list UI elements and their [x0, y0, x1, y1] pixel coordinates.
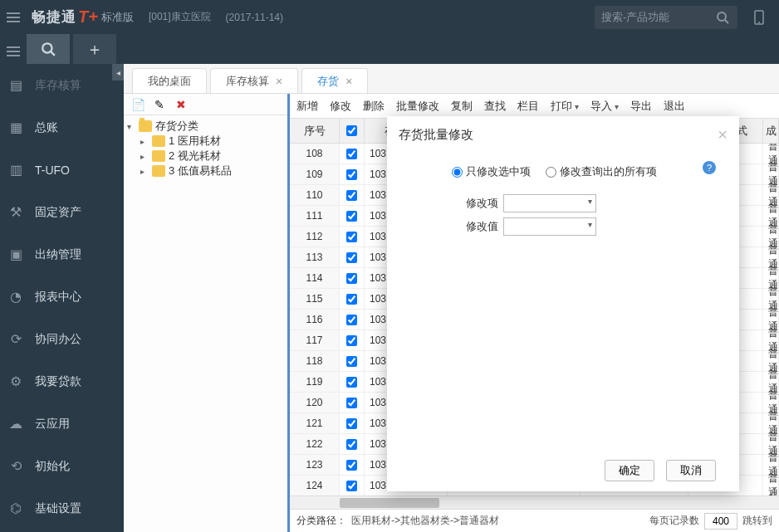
tree-new-icon[interactable]: 📄 — [130, 97, 145, 112]
nav-label: 云应用 — [35, 417, 70, 432]
cell-seq: 112 — [290, 227, 340, 246]
sidebar-collapse-icon[interactable]: ◂ — [112, 64, 124, 81]
cell-check[interactable] — [340, 351, 365, 371]
sidebar-item-4[interactable]: ▣出纳管理 — [0, 233, 124, 276]
path-value: 医用耗材->其他器材类->普通器材 — [351, 514, 499, 528]
cell-check[interactable] — [340, 372, 365, 392]
hamburger-icon-2[interactable] — [0, 34, 27, 68]
jump-label: 跳转到 — [742, 514, 772, 528]
tree-toggle-icon[interactable]: ▾ — [127, 122, 135, 131]
modal-footer: 确定 取消 — [387, 450, 739, 491]
tab-close-icon[interactable]: × — [345, 75, 352, 88]
cell-check[interactable] — [340, 289, 365, 309]
cell-check[interactable] — [340, 455, 365, 475]
batch-edit-modal: 存货批量修改 × ? 只修改选中项 修改查询出的所有项 修改项 修改值 — [387, 116, 739, 491]
svg-point-4 — [42, 43, 51, 52]
field-select[interactable] — [503, 194, 596, 212]
nav-label: T-UFO — [35, 164, 70, 177]
tree-root[interactable]: ▾ 存货分类 — [127, 119, 284, 134]
tree-toggle-icon[interactable]: ▸ — [140, 152, 149, 161]
sidebar-item-1[interactable]: ▦总账 — [0, 106, 124, 149]
col-seq[interactable]: 序号 — [290, 119, 340, 143]
pagesize-input[interactable] — [704, 513, 737, 530]
tab-label: 库存核算 — [226, 74, 269, 89]
toolbar-打印[interactable]: 打印 — [551, 99, 579, 114]
path-label: 分类路径： — [296, 514, 346, 528]
toolbar-退出[interactable]: 退出 — [664, 99, 685, 114]
toolbar-复制[interactable]: 复制 — [451, 99, 473, 114]
sidebar-item-8[interactable]: ☁云应用 — [0, 403, 124, 445]
search-input[interactable] — [595, 11, 711, 23]
ok-button[interactable]: 确定 — [605, 460, 654, 481]
tree-delete-icon[interactable]: ✖ — [174, 97, 189, 112]
tab-2[interactable]: 存货× — [301, 68, 368, 93]
cell-check[interactable] — [340, 247, 365, 267]
cell-check[interactable] — [340, 268, 365, 288]
sidebar-item-7[interactable]: ⚙我要贷款 — [0, 360, 124, 403]
tree-edit-icon[interactable]: ✎ — [152, 97, 167, 112]
sidebar-item-9[interactable]: ⟲初始化 — [0, 445, 124, 487]
toolbar-row: ＋ — [0, 34, 779, 64]
mobile-icon[interactable] — [746, 6, 772, 29]
sidebar-item-2[interactable]: ▥T-UFO — [0, 149, 124, 191]
sidebar-item-6[interactable]: ⟳协同办公 — [0, 318, 124, 360]
tree-toggle-icon[interactable]: ▸ — [140, 167, 149, 176]
cell-seq: 116 — [290, 310, 340, 329]
cell-check[interactable] — [340, 164, 365, 184]
grid-hscrollbar[interactable] — [290, 495, 779, 509]
cancel-button[interactable]: 取消 — [666, 460, 716, 481]
cell-check[interactable] — [340, 310, 365, 329]
toolbar-导入[interactable]: 导入 — [590, 99, 619, 114]
grid-footer: 分类路径： 医用耗材->其他器材类->普通器材 每页记录数 跳转到 — [290, 509, 779, 532]
sidebar: ◂ ▤库存核算▦总账▥T-UFO⚒固定资产▣出纳管理◔报表中心⟳协同办公⚙我要贷… — [0, 64, 124, 532]
cell-check[interactable] — [340, 330, 365, 350]
nav-label: 出纳管理 — [35, 247, 81, 262]
toolbar-search-button[interactable] — [27, 34, 70, 64]
help-icon[interactable]: ? — [703, 161, 716, 174]
tab-1[interactable]: 库存核算× — [210, 68, 298, 93]
tab-0[interactable]: 我的桌面 — [132, 68, 207, 93]
cell-check[interactable] — [340, 413, 365, 433]
hamburger-icon[interactable] — [0, 0, 27, 34]
col-last[interactable]: 成 — [763, 119, 779, 143]
toolbar-查找[interactable]: 查找 — [484, 99, 506, 114]
check-all[interactable] — [346, 125, 357, 136]
cell-check[interactable] — [340, 227, 365, 246]
sidebar-item-10[interactable]: ⌬基础设置 — [0, 487, 124, 530]
grid-toolbar: 新增修改删除批量修改复制查找栏目打印导入导出退出 — [290, 94, 779, 119]
nav-icon: ▦ — [7, 119, 25, 137]
svg-line-1 — [725, 20, 728, 23]
search-icon[interactable] — [711, 6, 734, 29]
nav-label: 我要贷款 — [35, 374, 81, 389]
tree-node-0[interactable]: ▸1 医用耗材 — [140, 134, 284, 149]
nav-icon: ▣ — [7, 246, 25, 264]
col-checkall[interactable] — [340, 119, 365, 143]
toolbar-删除[interactable]: 删除 — [363, 99, 385, 114]
tab-close-icon[interactable]: × — [276, 75, 282, 88]
tree-node-1[interactable]: ▸2 视光耗材 — [140, 149, 284, 164]
toolbar-栏目[interactable]: 栏目 — [517, 99, 539, 114]
org-label: [001]康立医院 — [149, 10, 211, 24]
toolbar-批量修改[interactable]: 批量修改 — [396, 99, 439, 114]
radio-all-results[interactable]: 修改查询出的所有项 — [546, 164, 657, 179]
cell-check[interactable] — [340, 476, 365, 495]
app-header: 畅捷通 T+ 标准版 [001]康立医院 (2017-11-14) — [0, 0, 779, 34]
toolbar-add-button[interactable]: ＋ — [73, 34, 116, 64]
toolbar-新增[interactable]: 新增 — [296, 99, 318, 114]
cell-check[interactable] — [340, 434, 365, 454]
close-icon[interactable]: × — [718, 125, 728, 144]
tree-node-2[interactable]: ▸3 低值易耗品 — [140, 164, 284, 178]
cell-check[interactable] — [340, 144, 365, 164]
cell-check[interactable] — [340, 206, 365, 226]
sidebar-item-0[interactable]: ▤库存核算 — [0, 64, 124, 106]
sidebar-item-5[interactable]: ◔报表中心 — [0, 276, 124, 318]
radio-selected-only[interactable]: 只修改选中项 — [452, 164, 531, 179]
brand-text: 畅捷通 — [32, 7, 76, 27]
sidebar-item-3[interactable]: ⚒固定资产 — [0, 191, 124, 233]
cell-check[interactable] — [340, 393, 365, 412]
tree-toggle-icon[interactable]: ▸ — [140, 137, 149, 146]
cell-check[interactable] — [340, 185, 365, 205]
value-select[interactable] — [503, 217, 596, 236]
toolbar-修改[interactable]: 修改 — [330, 99, 351, 114]
toolbar-导出[interactable]: 导出 — [630, 99, 652, 114]
